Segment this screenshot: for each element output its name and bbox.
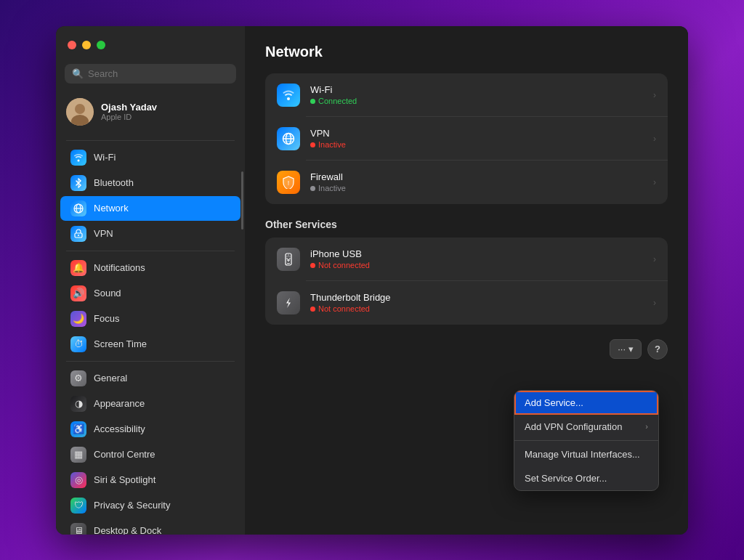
iphoneusb-service-status: Not connected	[310, 261, 643, 269]
sidebar-item-desktop[interactable]: 🖥 Desktop & Dock	[60, 519, 240, 535]
svg-point-1	[75, 104, 85, 114]
sidebar-item-general[interactable]: ⚙ General	[60, 366, 240, 391]
sidebar-label-appearance: Appearance	[94, 398, 145, 409]
titlebar	[56, 26, 245, 64]
sidebar-divider-1	[66, 140, 235, 141]
sidebar-item-notifications[interactable]: 🔔 Notifications	[60, 256, 240, 280]
network-item-thunderbolt[interactable]: Thunderbolt Bridge Not connected ›	[265, 281, 668, 325]
user-profile[interactable]: Ojash Yadav Apple ID	[56, 92, 245, 136]
dropdown-divider	[514, 440, 658, 441]
network-icon	[70, 200, 86, 216]
sidebar-label-privacy: Privacy & Security	[94, 500, 170, 511]
thunderbolt-status-dot	[310, 307, 315, 312]
help-label: ?	[655, 344, 660, 354]
sidebar-scrollbar[interactable]	[241, 171, 243, 230]
sidebar-item-screentime[interactable]: ⏱ Screen Time	[60, 332, 240, 357]
notifications-icon: 🔔	[70, 260, 86, 276]
sidebar-item-privacy[interactable]: 🛡 Privacy & Security	[60, 493, 240, 518]
svg-point-16	[288, 254, 288, 255]
sidebar-item-appearance[interactable]: ◑ Appearance	[60, 391, 240, 416]
iphoneusb-chevron-icon: ›	[653, 254, 656, 264]
network-services-section: Wi-Fi Connected ›	[265, 73, 668, 204]
dropdown-item-manage-virtual[interactable]: Manage Virtual Interfaces...	[514, 442, 658, 466]
thunderbolt-service-icon	[277, 291, 300, 315]
thunderbolt-chevron-icon: ›	[653, 298, 656, 308]
sidebar-label-accessibility: Accessibility	[94, 423, 145, 434]
other-services-section: iPhone USB Not connected › Thunderbolt B…	[265, 238, 668, 325]
sidebar-item-sound[interactable]: 🔊 Sound	[60, 281, 240, 306]
focus-icon: 🌙	[70, 311, 86, 327]
user-info: Ojash Yadav Apple ID	[101, 102, 157, 121]
close-button[interactable]	[68, 41, 76, 49]
sidebar-item-controlcentre[interactable]: ▦ Control Centre	[60, 442, 240, 467]
main-content: Network Wi-Fi Connected	[245, 26, 688, 535]
avatar	[66, 98, 94, 126]
dropdown-item-add-service[interactable]: Add Service...	[514, 391, 658, 415]
firewall-status-dot	[310, 186, 315, 191]
vpn-status-dot	[310, 142, 315, 147]
sidebar-item-siri[interactable]: ◎ Siri & Spotlight	[60, 468, 240, 492]
firewall-chevron-icon: ›	[653, 177, 656, 187]
svg-point-7	[78, 235, 79, 236]
vpn-service-status: Inactive	[310, 140, 643, 149]
search-input[interactable]	[88, 68, 229, 79]
sidebar-label-wifi: Wi-Fi	[94, 152, 116, 163]
network-item-vpn[interactable]: VPN Inactive ›	[265, 117, 668, 161]
sidebar-item-vpn[interactable]: VPN	[60, 222, 240, 246]
set-order-label: Set Service Order...	[525, 473, 607, 484]
wifi-service-info: Wi-Fi Connected	[310, 84, 643, 105]
sidebar-label-sound: Sound	[94, 288, 121, 299]
more-dots-label: ···	[618, 344, 626, 354]
network-item-iphoneusb[interactable]: iPhone USB Not connected ›	[265, 238, 668, 281]
sidebar: 🔍 Ojash Yadav Apple ID	[56, 26, 245, 535]
wifi-icon	[70, 150, 86, 166]
vpn-icon	[70, 226, 86, 242]
wifi-service-status: Connected	[310, 97, 643, 105]
dropdown-menu: Add Service... Add VPN Configuration › M…	[514, 390, 659, 491]
network-item-wifi[interactable]: Wi-Fi Connected ›	[265, 73, 668, 117]
iphoneusb-service-info: iPhone USB Not connected	[310, 248, 643, 269]
dropdown-item-set-order[interactable]: Set Service Order...	[514, 466, 658, 490]
sidebar-divider-3	[66, 361, 235, 362]
sidebar-content: Ojash Yadav Apple ID Wi-Fi	[56, 92, 245, 535]
manage-virtual-label: Manage Virtual Interfaces...	[525, 449, 640, 460]
sidebar-item-focus[interactable]: 🌙 Focus	[60, 307, 240, 331]
desktop-icon: 🖥	[70, 523, 86, 535]
user-name: Ojash Yadav	[101, 102, 157, 113]
iphoneusb-service-icon	[277, 248, 300, 271]
sidebar-label-siri: Siri & Spotlight	[94, 474, 155, 485]
add-vpn-chevron-icon: ›	[645, 422, 648, 431]
iphoneusb-service-name: iPhone USB	[310, 248, 643, 259]
network-item-firewall[interactable]: ! Firewall Inactive ›	[265, 161, 668, 204]
sidebar-label-general: General	[94, 373, 127, 384]
sidebar-item-wifi[interactable]: Wi-Fi	[60, 145, 240, 170]
vpn-service-info: VPN Inactive	[310, 128, 643, 149]
siri-icon: ◎	[70, 472, 86, 488]
help-button[interactable]: ?	[647, 339, 668, 360]
more-options-button[interactable]: ··· ▾	[610, 339, 642, 359]
sidebar-label-bluetooth: Bluetooth	[94, 177, 134, 188]
search-bar[interactable]: 🔍	[65, 64, 236, 84]
firewall-service-icon: !	[277, 171, 300, 194]
dropdown-item-add-vpn[interactable]: Add VPN Configuration ›	[514, 415, 658, 439]
firewall-service-name: Firewall	[310, 171, 643, 182]
add-vpn-label: Add VPN Configuration	[525, 421, 622, 432]
thunderbolt-service-info: Thunderbolt Bridge Not connected	[310, 292, 643, 313]
sidebar-label-vpn: VPN	[94, 228, 113, 239]
vpn-chevron-icon: ›	[653, 134, 656, 144]
privacy-icon: 🛡	[70, 498, 86, 514]
sidebar-item-network[interactable]: Network	[60, 196, 240, 221]
wifi-chevron-icon: ›	[653, 90, 656, 100]
iphoneusb-status-dot	[310, 263, 315, 268]
minimize-button[interactable]	[82, 41, 91, 49]
accessibility-icon: ♿	[70, 421, 86, 437]
maximize-button[interactable]	[97, 41, 105, 49]
sidebar-item-accessibility[interactable]: ♿ Accessibility	[60, 417, 240, 442]
sidebar-label-controlcentre: Control Centre	[94, 449, 155, 460]
sidebar-item-bluetooth[interactable]: Bluetooth	[60, 171, 240, 195]
wifi-service-icon	[277, 84, 300, 107]
add-service-label: Add Service...	[525, 397, 583, 408]
screentime-icon: ⏱	[70, 336, 86, 352]
svg-text:!: !	[288, 179, 290, 187]
page-title: Network	[265, 44, 668, 60]
